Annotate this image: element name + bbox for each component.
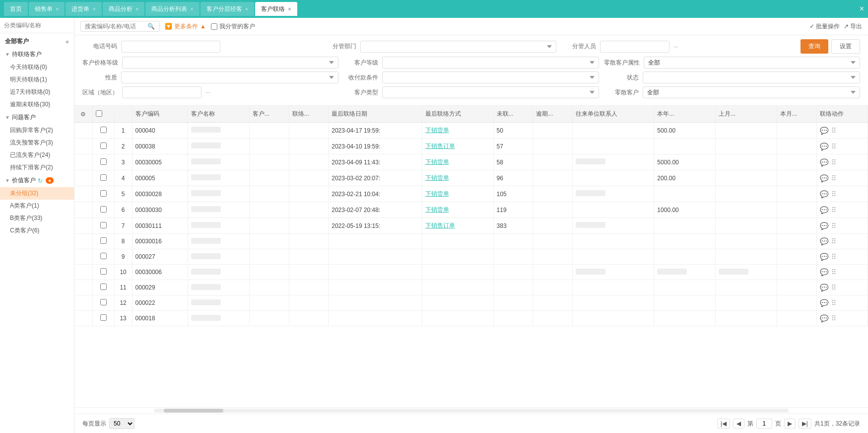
reset-button[interactable]: 设置 [831,39,860,54]
contact-icon[interactable]: 💬 [820,299,828,307]
page-size-select[interactable]: 20 50 100 200 [109,418,134,429]
more-actions-icon[interactable]: ⠿ [831,206,836,214]
contact-icon[interactable]: 💬 [820,206,828,214]
contact-icon[interactable]: 💬 [820,143,828,150]
filter-input-manager[interactable] [600,41,669,53]
contact-icon[interactable]: 💬 [820,268,828,276]
row-checkbox[interactable] [92,265,114,280]
more-actions-icon[interactable]: ⠿ [831,143,836,150]
last-method-link[interactable]: 下销货单 [425,206,449,213]
filter-input-phone[interactable] [121,41,220,53]
th-not-contacted[interactable]: 未联... [493,106,533,123]
filter-select-customer-level[interactable] [382,57,600,69]
row-checkbox[interactable] [92,139,114,154]
close-icon[interactable]: × [135,6,138,12]
close-icon[interactable]: × [56,6,59,12]
row-checkbox[interactable] [92,249,114,265]
sidebar-item-abnormal[interactable]: 回购异常客户(2) [0,124,74,137]
contact-icon[interactable]: 💬 [820,158,828,166]
row-last-method[interactable]: 下销货单 [422,186,493,202]
more-actions-icon[interactable]: ⠿ [831,237,836,245]
more-actions-icon[interactable]: ⠿ [831,174,836,182]
row-checkbox[interactable] [92,295,114,311]
tab-purchase-order[interactable]: 进货单 × [66,2,101,16]
more-actions-icon[interactable]: ⠿ [831,268,836,276]
close-icon[interactable]: × [190,6,193,12]
th-this-year[interactable]: 本年... [654,106,716,123]
sidebar-item-declining[interactable]: 持续下滑客户(2) [0,161,74,174]
row-last-method[interactable]: 下销售订单 [422,139,493,154]
last-method-link[interactable]: 下销售订单 [425,143,455,149]
row-checkbox[interactable] [92,280,114,295]
filter-select-customer-type[interactable] [382,86,600,98]
filter-select-retail-attr[interactable]: 全部 [644,57,860,69]
th-type[interactable]: 客户... [249,106,289,123]
filter-select-retail[interactable]: 全部 [643,86,860,98]
filter-select-dept[interactable] [360,41,556,53]
region-dotted-icon[interactable]: ··· [205,89,210,96]
sidebar-problem-group[interactable]: ▼ 问题客户 [0,111,74,124]
th-last-month[interactable]: 上月... [716,106,777,123]
row-checkbox[interactable] [92,170,114,186]
contact-icon[interactable]: 💬 [820,237,828,245]
close-icon[interactable]: × [245,6,248,12]
last-method-link[interactable]: 下销货单 [425,174,449,181]
select-all-checkbox[interactable] [96,110,102,117]
th-last-method[interactable]: 最后联络方式 [422,106,493,123]
th-overdue[interactable]: 逾期... [533,106,573,123]
my-customer-check[interactable] [211,23,217,30]
tab-customer-contact[interactable]: 客户联络 × [255,2,297,16]
sidebar-item-unclassified[interactable]: 未分组(32) [0,187,74,200]
tab-product-analysis-list[interactable]: 商品分析列表 × [145,2,199,16]
row-last-method[interactable]: 下销售订单 [422,218,493,234]
close-icon[interactable]: × [288,6,291,12]
sidebar-all-customers-header[interactable]: 全部客户 « [0,33,74,48]
my-customer-checkbox[interactable]: 我分管的客户 [211,22,255,31]
filter-search-input[interactable] [85,23,144,30]
sidebar-item-tomorrow[interactable]: 明天待联络(1) [0,73,74,86]
filter-more-button[interactable]: 🔽 更多条件 ▲ [165,22,206,31]
sidebar-item-class-c[interactable]: C类客户(6) [0,224,74,237]
sidebar-item-7days[interactable]: 近7天待联络(0) [0,86,74,98]
batch-op-link[interactable]: ✓ 批量操作 [809,22,840,31]
th-name[interactable]: 客户名称 [188,106,250,123]
th-settings[interactable]: ⚙ [74,106,92,123]
page-input[interactable] [756,419,772,429]
last-method-link[interactable]: 下销货单 [425,127,449,134]
last-page-button[interactable]: ▶| [799,419,811,429]
sidebar-item-churn-warning[interactable]: 流失预警客户(3) [0,137,74,149]
row-checkbox[interactable] [92,311,114,326]
tab-product-analysis[interactable]: 商品分析 × [103,2,144,16]
next-page-button[interactable]: ▶ [784,419,796,429]
row-checkbox[interactable] [92,154,114,170]
filter-select-payment[interactable] [382,72,600,83]
last-method-link[interactable]: 下销货单 [425,190,449,197]
th-code[interactable]: 客户编码 [132,106,188,123]
row-checkbox[interactable] [92,123,114,139]
scrollbar-thumb[interactable] [164,409,223,413]
th-partner[interactable]: 往来单位联系人 [572,106,654,123]
row-checkbox[interactable] [92,234,114,249]
sidebar-value-group[interactable]: ▼ 价值客户 ↻ ● [0,174,74,187]
more-actions-icon[interactable]: ⠿ [831,127,836,135]
manager-dotted-icon[interactable]: ··· [673,43,678,50]
row-checkbox[interactable] [92,186,114,202]
sidebar-item-today[interactable]: 今天待联络(0) [0,61,74,73]
th-this-month[interactable]: 本月... [777,106,816,123]
sidebar-pending-group[interactable]: ▼ 待联络客户 [0,48,74,61]
horizontal-scrollbar[interactable] [154,409,789,413]
last-method-link[interactable]: 下销售订单 [425,222,455,229]
more-actions-icon[interactable]: ⠿ [831,299,836,307]
first-page-button[interactable]: |◀ [717,419,730,429]
more-actions-icon[interactable]: ⠿ [831,284,836,291]
filter-select-nature[interactable] [121,72,338,83]
row-last-method[interactable]: 下销货单 [422,202,493,218]
th-last-date[interactable]: 最后联络日期 [329,106,422,123]
contact-icon[interactable]: 💬 [820,253,828,261]
row-checkbox[interactable] [92,202,114,218]
prev-page-button[interactable]: ◀ [733,419,744,429]
last-method-link[interactable]: 下销货单 [425,158,449,165]
tab-sales-order[interactable]: 销售单 × [29,2,65,16]
sidebar-item-overdue[interactable]: 逾期未联络(30) [0,98,74,111]
contact-icon[interactable]: 💬 [820,174,828,182]
